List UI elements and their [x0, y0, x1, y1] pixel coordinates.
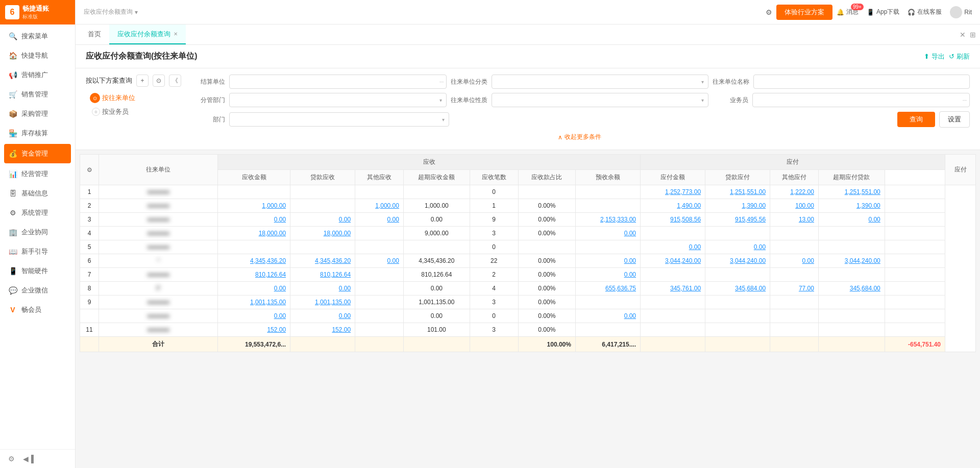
sidebar-item-inventory[interactable]: 🏪 库存核算 — [0, 124, 75, 143]
export-button[interactable]: ⬆ 导出 — [924, 52, 945, 61]
salesperson-input[interactable] — [752, 93, 970, 107]
scheme-by-staff-label: 按业务员 — [102, 107, 129, 116]
tab-close-icon[interactable]: ✕ — [174, 31, 178, 37]
scheme-icon: ⊙ — [90, 93, 100, 103]
table-config-icon[interactable]: ⚙ — [84, 165, 94, 175]
sidebar-logo: 6 畅捷通账 标准版 — [0, 0, 75, 24]
sidebar-item-label: 智能硬件 — [21, 266, 48, 276]
partner-nature-arrow-icon: ▾ — [701, 97, 704, 103]
sidebar-item-label: 经营管理 — [21, 169, 48, 179]
user-menu[interactable]: Rit — [950, 6, 972, 18]
table-row: 5●●●●●●00.000.00 — [80, 240, 976, 254]
sidebar-item-quick-nav[interactable]: 🏠 快捷导航 — [0, 46, 75, 65]
partner-cell: ^ — [99, 254, 218, 268]
sidebar-item-operations[interactable]: 📊 经营管理 — [0, 164, 75, 184]
sidebar-item-system[interactable]: ⚙ 系统管理 — [0, 203, 75, 223]
department-select[interactable]: ▾ — [229, 112, 449, 127]
th-ar-loan: 贷款应收 — [290, 170, 355, 185]
th-ar-ratio: 应收款占比 — [518, 170, 575, 185]
app-download-button[interactable]: 📱 App下载 — [867, 8, 899, 16]
partner-name-input[interactable] — [753, 75, 970, 89]
add-scheme-button[interactable]: + — [136, 75, 149, 87]
purchase-icon: 📦 — [8, 110, 17, 118]
partner-cell: ●●●●●● — [99, 199, 218, 213]
dept-arrow-icon: ▾ — [439, 97, 442, 103]
settings-footer-icon[interactable]: ⚙ — [8, 455, 15, 463]
messages-button[interactable]: 🔔 消息 99+ — [837, 8, 859, 16]
sidebar-item-search[interactable]: 🔍 搜索菜单 — [0, 27, 75, 46]
partner-cell: ●●●●●● — [99, 268, 218, 282]
filter-field-settlement: 结算单位 ··· — [189, 75, 447, 89]
scheme-by-staff[interactable]: ○ 按业务员 — [90, 107, 181, 116]
sidebar-item-finance[interactable]: 💰 资金管理 — [4, 144, 71, 163]
total-ar-amount: 19,553,472,6... — [218, 337, 290, 352]
sidebar-item-corp[interactable]: 🏢 企业协同 — [0, 223, 75, 242]
table-row: 6^4,345,436.204,345,436.200.004,345,436.… — [80, 254, 976, 268]
refresh-label: 刷新 — [957, 52, 970, 61]
tab-ar-ap[interactable]: 应收应付余额查询 ✕ — [109, 24, 186, 44]
filter-toolbar: 按以下方案查询 + ⊙ 《 — [86, 75, 181, 87]
sidebar-item-label: 资金管理 — [21, 149, 48, 158]
th-ar-amount: 应收金额 — [218, 170, 290, 185]
refresh-button[interactable]: ↺ 刷新 — [949, 52, 970, 61]
sidebar-item-sales[interactable]: 🛒 销售管理 — [0, 85, 75, 104]
query-button[interactable]: 查询 — [897, 112, 935, 127]
partner-cat-select[interactable]: ▾ — [492, 75, 708, 89]
collapse-icon[interactable]: ◀▐ — [23, 455, 34, 463]
member-icon: V — [8, 306, 17, 314]
table-row: 9●●●●●●1,001,135.001,001,135.001,001,135… — [80, 295, 976, 309]
dept-select[interactable]: ▾ — [229, 93, 447, 107]
settlement-input[interactable] — [229, 75, 447, 89]
partner-nature-select[interactable]: ▾ — [492, 93, 708, 107]
total-ap-amount: -654,751.40 — [885, 337, 945, 352]
partner-nature-label: 往来单位性质 — [451, 96, 487, 105]
th-ap-group: 应付 — [641, 155, 945, 170]
sidebar-item-label: 新手引导 — [21, 247, 48, 256]
online-service-label: 在线客服 — [917, 8, 942, 16]
close-window-icon[interactable]: ✕ — [960, 31, 966, 39]
sidebar-item-label: 营销推广 — [21, 70, 48, 80]
filter-field-department: 部门 ▾ — [189, 112, 449, 127]
total-ar-prepaid: 6,417,215.... — [575, 337, 640, 352]
partner-name-label: 往来单位名称 — [713, 78, 749, 86]
sidebar-item-wechat[interactable]: 💬 企业微信 — [0, 281, 75, 300]
sidebar-item-label: 企业微信 — [21, 286, 48, 295]
promo-button[interactable]: 体验行业方案 — [776, 5, 832, 20]
breadcrumb-dropdown-icon[interactable]: ▾ — [135, 9, 138, 16]
sidebar: 6 畅捷通账 标准版 🔍 搜索菜单 🏠 快捷导航 📢 营销推广 🛒 销售管理 📦… — [0, 0, 76, 468]
total-row: 合计 19,553,472,6... 100.00% 6,417,215....… — [80, 337, 976, 352]
table-row: 3●●●●●●0.000.000.000.0090.00%2,153,333.0… — [80, 213, 976, 227]
partner-cell: ●●●●●● — [99, 295, 218, 309]
partner-cell: ●●●●●● — [99, 240, 218, 254]
header-gear-icon[interactable]: ⚙ — [766, 8, 772, 16]
marketing-icon: 📢 — [8, 71, 17, 79]
tab-home[interactable]: 首页 — [80, 24, 109, 44]
home-icon: 🏠 — [8, 52, 17, 60]
collapse-conditions-button[interactable]: ∧ 收起更多条件 — [189, 131, 970, 143]
edit-scheme-button[interactable]: ⊙ — [153, 75, 165, 87]
partner-cat-arrow-icon: ▾ — [701, 79, 704, 85]
page-title: 应收应付余额查询(按往来单位) — [86, 51, 198, 62]
settlement-dots-icon[interactable]: ··· — [439, 79, 444, 85]
sidebar-item-basic[interactable]: 🗄 基础信息 — [0, 184, 75, 203]
tab-bar: 首页 应收应付余额查询 ✕ ✕ ⊞ — [76, 24, 980, 45]
filter-grid-row1: 结算单位 ··· 往来单位分类 ▾ — [189, 75, 970, 89]
service-icon: 🎧 — [908, 9, 915, 16]
sidebar-item-guide[interactable]: 📖 新手引导 — [0, 242, 75, 261]
sidebar-item-hardware[interactable]: 📱 智能硬件 — [0, 261, 75, 281]
settings-button[interactable]: 设置 — [939, 111, 970, 128]
collapse-scheme-button[interactable]: 《 — [169, 75, 181, 87]
sidebar-item-label: 搜索菜单 — [21, 32, 48, 41]
scheme-by-vendor[interactable]: ⊙ 按往来单位 — [90, 93, 181, 103]
sidebar-item-member[interactable]: V 畅会员 — [0, 300, 75, 319]
search-icon: 🔍 — [8, 32, 17, 40]
online-service-button[interactable]: 🎧 在线客服 — [908, 8, 942, 16]
salesperson-dots-icon[interactable]: ··· — [963, 97, 967, 103]
user-avatar — [950, 6, 962, 18]
export-icon: ⬆ — [924, 53, 929, 60]
scheme-by-vendor-label: 按往来单位 — [102, 93, 135, 103]
sidebar-item-purchase[interactable]: 📦 采购管理 — [0, 104, 75, 124]
th-ar-group: 应收 — [218, 155, 641, 170]
maximize-icon[interactable]: ⊞ — [970, 31, 976, 39]
sidebar-item-marketing[interactable]: 📢 营销推广 — [0, 65, 75, 85]
